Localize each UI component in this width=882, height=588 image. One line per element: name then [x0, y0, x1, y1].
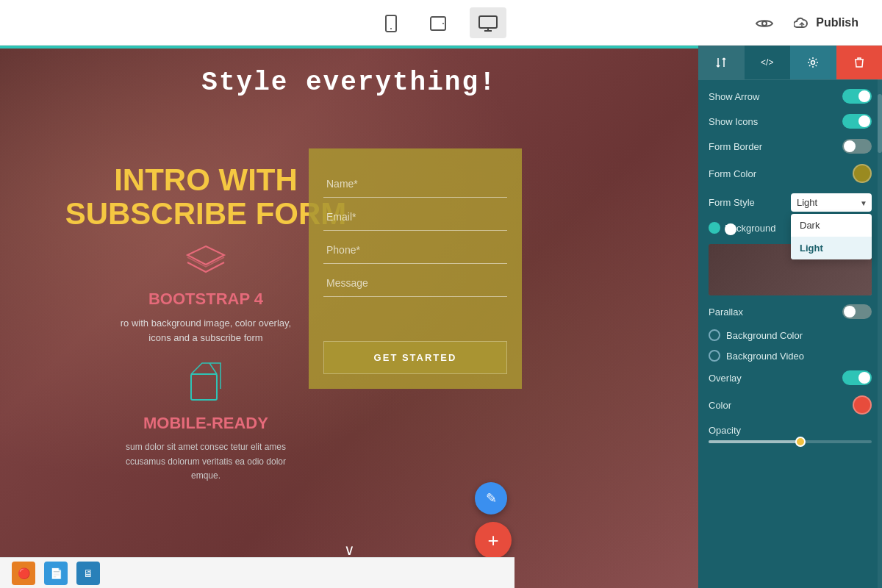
message-input[interactable] [323, 270, 507, 297]
bg-video-row: Background Video [709, 350, 872, 362]
teal-top-bar [0, 46, 698, 49]
gear-icon [807, 57, 819, 68]
panel-scrollbar[interactable] [878, 79, 882, 588]
bottom-btn-3[interactable]: 🖥 [76, 562, 100, 585]
panel-code-btn[interactable]: </> [745, 46, 791, 79]
form-style-dropdown-menu: Dark Light [791, 214, 872, 259]
show-arrow-label: Show Arrow [709, 91, 759, 102]
background-toggle-dot[interactable] [709, 222, 720, 234]
bg-video-label: Background Video [726, 351, 804, 362]
top-bar-right: Publish [756, 9, 867, 36]
publish-button[interactable]: Publish [785, 9, 867, 36]
color-label: Color [709, 400, 731, 411]
panel-content: Show Arrow Show Icons Form Border Form C… [698, 80, 882, 588]
dropdown-option-dark[interactable]: Dark [791, 214, 872, 237]
cloud-icon [794, 15, 810, 30]
mobile-device-btn[interactable] [376, 7, 406, 37]
add-fab-button[interactable]: + [475, 522, 512, 559]
tablet-device-btn[interactable] [421, 7, 455, 38]
svg-point-3 [442, 23, 444, 24]
panel-delete-btn[interactable] [836, 46, 883, 79]
email-input[interactable] [323, 204, 507, 231]
form-border-row: Form Border [709, 139, 872, 154]
svg-rect-4 [479, 16, 497, 28]
code-icon: </> [761, 57, 773, 68]
box-icon [184, 359, 228, 404]
svg-rect-7 [191, 374, 217, 400]
publish-label: Publish [816, 16, 858, 29]
sort-icon [715, 57, 727, 68]
bottom-btn-1[interactable]: 🔴 [12, 562, 35, 585]
right-panel: </> Show Arrow Sho [698, 46, 882, 588]
overlay-row: Overlay [709, 370, 872, 385]
form-border-toggle[interactable] [842, 139, 872, 154]
svg-marker-6 [187, 246, 224, 265]
show-arrow-row: Show Arrow [709, 89, 872, 104]
color-row: Color [709, 395, 872, 415]
parallax-toggle[interactable] [842, 304, 872, 319]
form-color-label: Form Color [709, 168, 756, 179]
dropdown-option-light[interactable]: Light [791, 237, 872, 259]
panel-scrollbar-thumb[interactable] [878, 94, 882, 153]
canvas: Style everything! INTRO WITH SUBSCRIBE F… [0, 46, 698, 588]
show-icons-row: Show Icons [709, 114, 872, 129]
bg-color-row: Background Color [709, 329, 872, 341]
parallax-label: Parallax [709, 306, 743, 318]
form-color-swatch[interactable] [853, 164, 872, 183]
edit-icon: ✎ [486, 490, 497, 506]
delete-icon [854, 57, 864, 68]
form-color-row: Form Color [709, 164, 872, 183]
bg-video-radio[interactable] [709, 350, 720, 362]
overlay-toggle[interactable] [842, 370, 872, 385]
desktop-device-btn[interactable] [470, 7, 506, 38]
bottom-bar: 🔴 📄 🖥 [0, 557, 514, 588]
form-style-dropdown-wrapper: Light Dark ▼ Dark Light [791, 193, 872, 212]
form-style-label: Form Style [709, 197, 755, 208]
stack-icon [184, 243, 228, 279]
subscribe-form: GET STARTED [309, 148, 522, 389]
show-arrow-toggle[interactable] [842, 89, 872, 104]
device-switcher [376, 7, 506, 37]
overlay-label: Overlay [709, 373, 742, 384]
main-area: Style everything! INTRO WITH SUBSCRIBE F… [0, 46, 882, 588]
opacity-slider-track[interactable] [709, 440, 872, 443]
opacity-slider-thumb[interactable] [795, 437, 806, 447]
top-bar: Publish [0, 0, 882, 46]
bg-color-radio[interactable] [709, 329, 720, 341]
form-style-select[interactable]: Light Dark [791, 193, 872, 212]
name-input[interactable] [323, 171, 507, 198]
svg-point-8 [811, 61, 815, 65]
form-style-row: Form Style Light Dark ▼ Dark Light [709, 193, 872, 212]
opacity-label: Opacity [709, 425, 741, 436]
parallax-row: Parallax [709, 304, 872, 319]
opacity-row: Opacity [709, 425, 872, 443]
svg-point-5 [762, 21, 767, 26]
lorem-text: sum dolor sit amet consec tetur elit ame… [22, 440, 390, 483]
bg-color-label: Background Color [726, 330, 803, 341]
canvas-headline: Style everything! [201, 68, 496, 98]
panel-gear-btn[interactable] [790, 46, 836, 79]
down-arrow[interactable]: ∨ [344, 541, 355, 559]
get-started-button[interactable]: GET STARTED [323, 341, 507, 374]
panel-toolbar: </> [698, 46, 882, 80]
preview-icon[interactable] [756, 14, 773, 31]
show-icons-toggle[interactable] [842, 114, 872, 129]
mobile-label: MOBILE-READY [22, 414, 390, 433]
phone-input[interactable] [323, 237, 507, 264]
bottom-btn-2[interactable]: 📄 [44, 562, 68, 585]
show-icons-label: Show Icons [709, 116, 758, 127]
form-border-label: Form Border [709, 141, 762, 152]
panel-sort-btn[interactable] [698, 46, 745, 79]
overlay-color-swatch[interactable] [853, 395, 872, 415]
edit-fab-button[interactable]: ✎ [475, 482, 507, 514]
add-icon: + [487, 529, 498, 552]
opacity-slider-fill [709, 440, 798, 443]
svg-point-1 [390, 28, 392, 29]
